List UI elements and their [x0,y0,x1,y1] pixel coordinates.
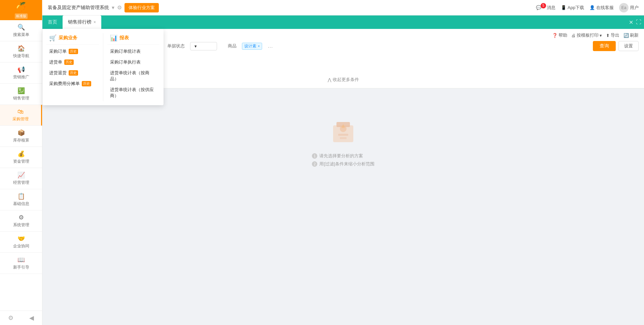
goods-return-label: 进货退货 [49,70,67,76]
dropdown-item-purchase-order-stats[interactable]: 采购订单统计表 [107,46,160,57]
settings-button[interactable]: 设置 [618,41,639,51]
status-label: 单据状态 [167,43,185,49]
cooperation-icon: 🤝 [17,235,25,242]
sidebar-item-label: 新手引导 [13,265,29,270]
app-download-label: App下载 [568,5,584,11]
dropdown-divider [103,33,103,101]
avatar: Ea [619,3,629,12]
basic-info-icon: 📋 [17,193,25,200]
sidebar-item-marketing[interactable]: 📢 营销推广 [0,63,42,84]
message-button[interactable]: 💬 5 消息 [536,5,556,11]
sidebar-settings-icon[interactable]: ⚙ [8,314,13,322]
dropdown-columns: 🛒 采购业务 采购订单 历史 进货单 历史 进货退货 历史 采购费用分摊单 历史 [42,33,164,101]
refresh-label: 刷新 [630,32,639,38]
sidebar-item-system[interactable]: ⚙ 系统管理 [0,210,42,232]
sidebar-item-label: 采购管理 [12,116,29,122]
goods-ellipsis[interactable]: … [267,43,273,49]
nav-icon: 🏠 [17,45,25,52]
sidebar-item-purchase[interactable]: 🛍 采购管理 [0,105,42,126]
purchase-expense-label: 采购费用分摊单 [49,81,80,87]
dropdown-purchase-header: 🛒 采购业务 [46,33,99,45]
industry-solution-button[interactable]: 体验行业方案 [124,3,159,12]
query-button[interactable]: 查询 [593,41,616,51]
sidebar-item-cooperation[interactable]: 🤝 企业协同 [0,232,42,253]
dropdown-item-goods-return[interactable]: 进货退货 历史 [46,68,99,78]
empty-tip-2: 2 用[过滤]条件来缩小分析范围 [312,161,374,167]
sidebar-collapse-icon[interactable]: ◀ [29,314,34,322]
sidebar-logo: 🍊 标准版 [0,0,42,20]
po-stats-label: 采购订单统计表 [110,48,141,54]
refresh-button[interactable]: 🔄 刷新 [623,32,639,38]
print-dropdown-icon[interactable]: ▾ [600,33,602,38]
tab-sales-ranking[interactable]: 销售排行榜 × [63,15,101,29]
dropdown-item-purchase-order[interactable]: 采购订单 历史 [46,46,99,57]
logo-icon: 🍊 [15,2,27,13]
dropdown-item-purchase-order-exec[interactable]: 采购订单执行表 [107,57,160,68]
print-button[interactable]: 🖨 按模板打印 ▾ [571,32,602,38]
po-exec-label: 采购订单执行表 [110,59,141,65]
dropdown-item-purchase-expense[interactable]: 采购费用分摊单 历史 [46,78,99,89]
sidebar-item-label: 搜索菜单 [13,32,29,38]
marketing-icon: 📢 [17,66,25,73]
dropdown-item-goods-receipt-stats-product[interactable]: 进货单统计表（按商品） [107,68,160,84]
search-menu-icon: 🔍 [17,24,25,31]
print-label: 按模板打印 [577,32,599,38]
purchase-col-icon: 🛒 [49,34,57,42]
online-service-button[interactable]: 👤 在线客服 [589,5,614,11]
goods-tag-value: 设计素 [244,43,256,49]
tab-close-icon[interactable]: × [94,20,96,25]
help-button[interactable]: ❓ 帮助 [552,32,567,38]
collapse-up-icon: ⋀ [328,77,331,82]
dropdown-col-report: 📊 报表 采购订单统计表 采购订单执行表 进货单统计表（按商品） 进货单统计表（… [107,33,160,101]
goods-return-history-tag: 历史 [69,70,78,76]
empty-tips: 1 请先选择要分析的方案 2 用[过滤]条件来缩小分析范围 [312,153,374,167]
tab-expand-icon[interactable]: ⛶ [636,19,641,25]
print-icon: 🖨 [571,33,576,38]
sidebar-item-label: 系统管理 [13,222,29,228]
purchase-col-label: 采购业务 [59,35,77,41]
sidebar-item-label: 经营管理 [13,180,29,186]
sidebar-item-inventory[interactable]: 📦 库存核算 [0,126,42,147]
sidebar-item-basic-info[interactable]: 📋 基础信息 [0,189,42,210]
topbar-gear-icon[interactable]: ⚙ [117,4,122,11]
purchase-order-history-tag: 历史 [69,49,78,54]
sidebar-item-finance[interactable]: 💰 资金管理 [0,147,42,168]
sidebar-item-label: 企业协同 [13,243,29,249]
app-download-button[interactable]: 📱 App下载 [561,5,584,11]
service-icon: 👤 [589,5,595,10]
status-dropdown-icon: ▾ [194,44,197,49]
message-badge: 5 [541,3,546,8]
refresh-icon: 🔄 [623,33,629,38]
tip-num-2: 2 [312,161,317,167]
topbar-dropdown-icon[interactable]: ▾ [112,4,114,11]
empty-illustration [326,115,360,149]
help-label: 帮助 [559,32,567,38]
dropdown-item-goods-receipt-stats-supplier[interactable]: 进货单统计表（按供应商） [107,84,160,101]
status-select[interactable]: ▾ [190,42,217,50]
export-icon: ⬆ [606,33,610,38]
tab-home[interactable]: 首页 [42,15,63,29]
online-service-label: 在线客服 [596,5,614,11]
goods-receipt-label: 进货单 [49,59,62,65]
tab-window-close-icon[interactable]: ✕ [629,19,633,26]
avatar-text: Ea [621,5,627,10]
sidebar-item-management[interactable]: 📈 经营管理 [0,168,42,189]
export-button[interactable]: ⬆ 导出 [606,32,619,38]
report-col-label: 报表 [119,35,129,41]
tabbar-right: ✕ ⛶ [629,19,644,26]
app-title: 装备及固定资产辅助管理系统 [48,5,109,11]
dropdown-col-purchase: 🛒 采购业务 采购订单 历史 进货单 历史 进货退货 历史 采购费用分摊单 历史 [46,33,99,101]
sidebar-item-guide[interactable]: 📖 新手引导 [0,253,42,274]
dropdown-item-goods-receipt[interactable]: 进货单 历史 [46,57,99,68]
sidebar-item-nav[interactable]: 🏠 快捷导航 [0,41,42,63]
user-avatar-button[interactable]: Ea 用户 [619,3,639,12]
sidebar-item-sales[interactable]: 💹 销售管理 [0,84,42,105]
tabbar: 首页 销售排行榜 × ✕ ⛶ [42,15,644,29]
svg-rect-4 [340,137,347,139]
goods-tag-close-icon[interactable]: × [258,44,260,48]
empty-tip-1: 1 请先选择要分析的方案 [312,153,374,159]
sidebar-item-search[interactable]: 🔍 搜索菜单 [0,20,42,41]
message-label: 消息 [547,5,556,11]
gr-stats-product-label: 进货单统计表（按商品） [110,70,157,82]
collapse-label: 收起更多条件 [333,77,359,83]
